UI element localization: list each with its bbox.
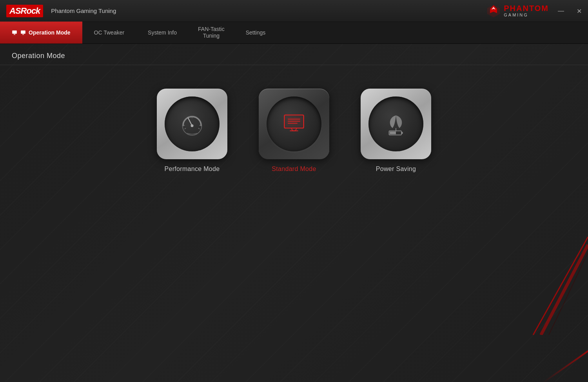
power-saving-icon-wrapper xyxy=(361,89,431,159)
svg-rect-20 xyxy=(401,132,403,134)
mode-power-saving[interactable]: Power Saving xyxy=(361,89,431,173)
power-saving-inner-circle xyxy=(368,96,423,151)
close-button[interactable]: ✕ xyxy=(570,0,588,22)
section-title: Operation Mode xyxy=(0,44,588,65)
standard-label: Standard Mode xyxy=(272,166,316,173)
svg-line-2 xyxy=(541,245,588,335)
asrock-logo: ASRock xyxy=(6,5,43,17)
title-bar: ASRock Phantom Gaming Tuning PHANTOM GAM… xyxy=(0,0,588,22)
svg-line-3 xyxy=(549,253,588,335)
phantom-icon xyxy=(486,4,501,18)
svg-rect-0 xyxy=(21,31,25,34)
svg-line-1 xyxy=(533,237,588,335)
tab-settings[interactable]: Settings xyxy=(234,22,278,44)
svg-line-8 xyxy=(198,128,200,129)
phantom-gaming-logo: PHANTOM GAMING xyxy=(486,4,549,18)
performance-label: Performance Mode xyxy=(165,166,220,173)
performance-inner-circle xyxy=(165,96,220,151)
standard-icon-wrapper xyxy=(259,89,329,159)
tab-oc-tweaker[interactable]: OC Tweaker xyxy=(82,22,136,44)
speedometer-icon xyxy=(178,110,206,138)
window-controls: — ✕ xyxy=(552,0,588,22)
mode-performance[interactable]: Performance Mode xyxy=(157,89,227,173)
svg-rect-21 xyxy=(390,131,396,134)
standard-inner-circle xyxy=(267,96,321,151)
app-title: Phantom Gaming Tuning xyxy=(51,7,116,14)
tab-system-info[interactable]: System Info xyxy=(136,22,189,44)
minimize-button[interactable]: — xyxy=(552,0,570,22)
tab-fan-tastic[interactable]: FAN-TasticTuning xyxy=(189,22,234,44)
performance-icon-wrapper xyxy=(157,89,227,159)
main-content: Operation Mode xyxy=(0,44,588,382)
tab-bar: Operation Mode OC Tweaker System Info FA… xyxy=(0,22,588,44)
svg-line-7 xyxy=(185,128,186,129)
phantom-gaming-sub: GAMING xyxy=(504,13,549,17)
power-saving-label: Power Saving xyxy=(376,166,416,173)
leaf-battery-icon xyxy=(382,110,410,138)
modes-container: Performance Mode Sta xyxy=(0,65,588,196)
tab-operation-mode[interactable]: Operation Mode xyxy=(0,22,82,44)
mode-standard[interactable]: Standard Mode xyxy=(259,89,329,173)
monitor-icon xyxy=(280,110,308,138)
red-accent-decoration xyxy=(502,198,588,335)
phantom-gaming-text: PHANTOM GAMING xyxy=(504,4,549,17)
phantom-pg: PHANTOM xyxy=(504,4,549,13)
svg-point-6 xyxy=(191,124,194,127)
